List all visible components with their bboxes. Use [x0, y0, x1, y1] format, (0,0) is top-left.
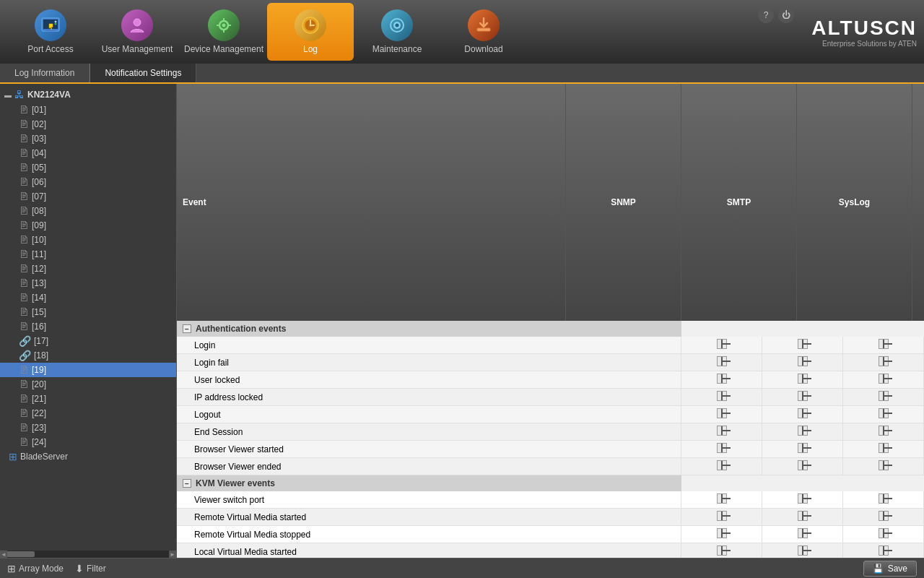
sidebar-port-18[interactable]: 🔗 [18] — [0, 348, 176, 363]
sidebar-port-16[interactable]: 🖹 [16] — [0, 319, 176, 334]
sidebar-port-10[interactable]: 🖹 [10] — [0, 233, 176, 247]
table-row: Login fail — [177, 354, 924, 371]
syslog-login[interactable] — [843, 337, 924, 354]
sidebar-port-13[interactable]: 🖹 [13] — [0, 276, 176, 290]
checkbox[interactable] — [717, 374, 727, 384]
checkbox[interactable] — [798, 426, 808, 436]
help-icon[interactable]: ? — [758, 7, 774, 23]
checkbox[interactable] — [717, 356, 727, 366]
checkbox[interactable] — [879, 408, 889, 418]
event-login: Login — [177, 337, 681, 354]
checkbox[interactable] — [717, 493, 727, 504]
checkbox[interactable] — [798, 460, 808, 470]
checkbox[interactable] — [717, 443, 727, 453]
sidebar-port-21[interactable]: 🖹 [21] — [0, 392, 176, 406]
checkbox[interactable] — [798, 391, 808, 401]
checkbox[interactable] — [717, 511, 727, 521]
sidebar-port-23[interactable]: 🖹 [23] — [0, 420, 176, 435]
sidebar-port-05[interactable]: 🖹 [05] — [0, 160, 176, 175]
checkbox[interactable] — [879, 391, 889, 401]
port-label-23: [23] — [32, 423, 46, 433]
sidebar-port-20[interactable]: 🖹 [20] — [0, 377, 176, 392]
snmp-login[interactable] — [681, 337, 762, 354]
checkbox[interactable] — [798, 408, 808, 418]
checkbox[interactable] — [717, 339, 727, 349]
col-syslog: SysLog — [797, 84, 912, 321]
checkbox[interactable] — [798, 356, 808, 366]
nav-item-port-access[interactable]: Port Access — [7, 3, 94, 61]
port-icon-07: 🖹 — [19, 191, 29, 202]
port-icon-11: 🖹 — [19, 249, 29, 260]
checkbox[interactable] — [879, 426, 889, 436]
blade-server-icon: ⊞ — [9, 451, 17, 462]
save-button[interactable]: 💾 Save — [863, 561, 917, 577]
sidebar-port-06[interactable]: 🖹 [06] — [0, 175, 176, 189]
sidebar-port-15[interactable]: 🖹 [15] — [0, 305, 176, 319]
sidebar-hscroll[interactable]: ◄ ► — [0, 551, 176, 558]
checkbox[interactable] — [717, 545, 727, 556]
checkbox[interactable] — [798, 374, 808, 384]
port-label-05: [05] — [32, 163, 46, 173]
sidebar-port-17[interactable]: 🔗 [17] — [0, 334, 176, 348]
sidebar-port-12[interactable]: 🖹 [12] — [0, 262, 176, 276]
sidebar-port-01[interactable]: 🖹 [01] — [0, 103, 176, 117]
tab-log-information[interactable]: Log Information — [0, 64, 90, 82]
section-collapse-authentication[interactable]: − — [183, 324, 191, 333]
nav-item-log[interactable]: Log — [267, 3, 354, 61]
sidebar-port-08[interactable]: 🖹 [08] — [0, 204, 176, 218]
array-mode-button[interactable]: ⊞ Array Mode — [7, 563, 64, 574]
checkbox[interactable] — [717, 426, 727, 436]
table-scroll[interactable]: − Authentication events Login L — [177, 321, 924, 558]
svg-point-17 — [396, 24, 399, 27]
nav-item-user-management[interactable]: User Management — [94, 3, 180, 61]
sidebar-port-07[interactable]: 🖹 [07] — [0, 189, 176, 204]
port-icon-06: 🖹 — [19, 176, 29, 188]
smtp-login[interactable] — [762, 337, 843, 354]
svg-rect-10 — [217, 25, 219, 26]
filter-button[interactable]: ⬇ Filter — [75, 563, 106, 574]
sidebar-root-node[interactable]: ▬ 🖧 KN2124VA — [0, 87, 176, 103]
sidebar-port-19[interactable]: 🖹 [19] — [0, 363, 176, 377]
checkbox[interactable] — [798, 511, 808, 521]
port-label-06: [06] — [32, 177, 46, 187]
checkbox[interactable] — [798, 545, 808, 556]
svg-rect-11 — [228, 25, 231, 26]
nav-item-maintenance[interactable]: Maintenance — [354, 3, 440, 61]
checkbox[interactable] — [879, 545, 889, 556]
port-label-10: [10] — [32, 235, 46, 245]
event-local-virtual-media-started: Local Virtual Media started — [177, 543, 681, 558]
checkbox[interactable] — [879, 511, 889, 521]
sidebar-port-14[interactable]: 🖹 [14] — [0, 290, 176, 305]
table-row: Browser Viewer ended — [177, 458, 924, 475]
checkbox[interactable] — [879, 493, 889, 504]
nav-item-device-management[interactable]: Device Management — [180, 3, 267, 61]
checkbox[interactable] — [879, 356, 889, 366]
checkbox[interactable] — [798, 493, 808, 504]
checkbox[interactable] — [717, 528, 727, 538]
checkbox[interactable] — [879, 460, 889, 470]
checkbox[interactable] — [879, 528, 889, 538]
section-collapse-kvm[interactable]: − — [183, 479, 191, 488]
checkbox[interactable] — [798, 528, 808, 538]
checkbox[interactable] — [798, 443, 808, 453]
svg-rect-9 — [223, 30, 225, 33]
checkbox[interactable] — [879, 339, 889, 349]
sidebar-port-09[interactable]: 🖹 [09] — [0, 218, 176, 233]
nav-item-download[interactable]: Download — [440, 3, 527, 61]
checkbox[interactable] — [717, 408, 727, 418]
checkbox[interactable] — [879, 374, 889, 384]
checkbox[interactable] — [717, 460, 727, 470]
sidebar-port-04[interactable]: 🖹 [04] — [0, 146, 176, 160]
sidebar-port-02[interactable]: 🖹 [02] — [0, 117, 176, 131]
sidebar-port-03[interactable]: 🖹 [03] — [0, 131, 176, 146]
checkbox[interactable] — [717, 391, 727, 401]
checkbox[interactable] — [798, 339, 808, 349]
sidebar-port-11[interactable]: 🖹 [11] — [0, 247, 176, 262]
sidebar-port-24[interactable]: 🖹 [24] — [0, 435, 176, 449]
tab-notification-settings[interactable]: Notification Settings — [90, 64, 196, 82]
checkbox[interactable] — [879, 443, 889, 453]
power-icon[interactable]: ⏻ — [778, 7, 794, 23]
sidebar-port-22[interactable]: 🖹 [22] — [0, 406, 176, 420]
port-icon-23: 🖹 — [19, 422, 29, 434]
sidebar-blade-server[interactable]: ⊞ BladeServer — [0, 449, 176, 464]
